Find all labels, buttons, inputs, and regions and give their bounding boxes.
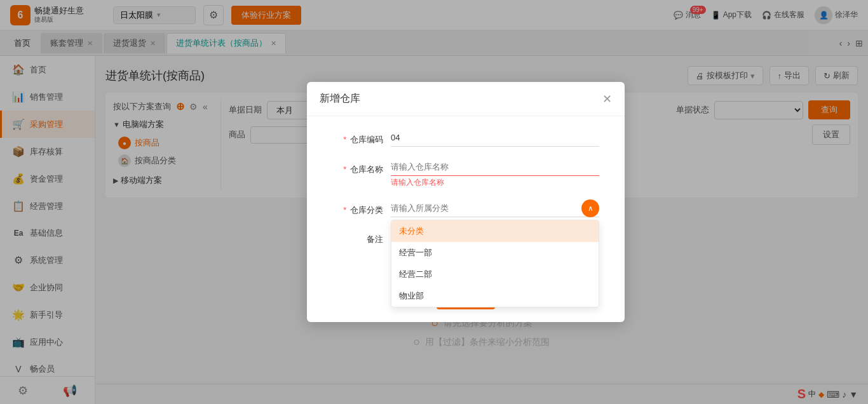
warehouse-code-label: * 仓库编码 (332, 129, 383, 145)
dropdown-option-dept2[interactable]: 经营二部 (391, 264, 599, 285)
remark-label: 备注 (332, 229, 383, 245)
warehouse-category-row: * 仓库分类 ∧ 未分类 经营一部 经营二部 物业部 (332, 199, 599, 217)
warehouse-code-input[interactable] (391, 129, 599, 147)
dropdown-option-dept3[interactable]: 物业部 (391, 285, 599, 307)
warehouse-name-error: 请输入仓库名称 (391, 177, 599, 188)
warehouse-category-input[interactable] (391, 199, 599, 217)
modal-close-button[interactable]: ✕ (602, 93, 612, 105)
warehouse-code-row: * 仓库编码 (332, 129, 599, 147)
modal-body: * 仓库编码 * 仓库名称 请输入仓库名称 * 仓库分类 (307, 116, 625, 280)
required-star-name: * (343, 165, 346, 174)
modal-title: 新增仓库 (320, 92, 360, 105)
warehouse-name-row: * 仓库名称 请输入仓库名称 (332, 158, 599, 188)
required-star-code: * (343, 135, 346, 144)
dropdown-toggle-button[interactable]: ∧ (581, 199, 599, 217)
modal-header: 新增仓库 ✕ (307, 82, 625, 116)
warehouse-category-label: * 仓库分类 (332, 199, 383, 216)
dropdown-option-uncategorized[interactable]: 未分类 (391, 220, 599, 242)
required-star-category: * (343, 205, 346, 215)
dropdown-option-dept1[interactable]: 经营一部 (391, 242, 599, 264)
warehouse-category-dropdown: ∧ 未分类 经营一部 经营二部 物业部 (391, 199, 599, 217)
dropdown-list: 未分类 经营一部 经营二部 物业部 (391, 220, 599, 307)
warehouse-name-input[interactable] (391, 158, 599, 176)
warehouse-name-label: * 仓库名称 (332, 159, 383, 175)
new-warehouse-modal: 新增仓库 ✕ * 仓库编码 * 仓库名称 请输入仓库名称 (307, 82, 625, 322)
